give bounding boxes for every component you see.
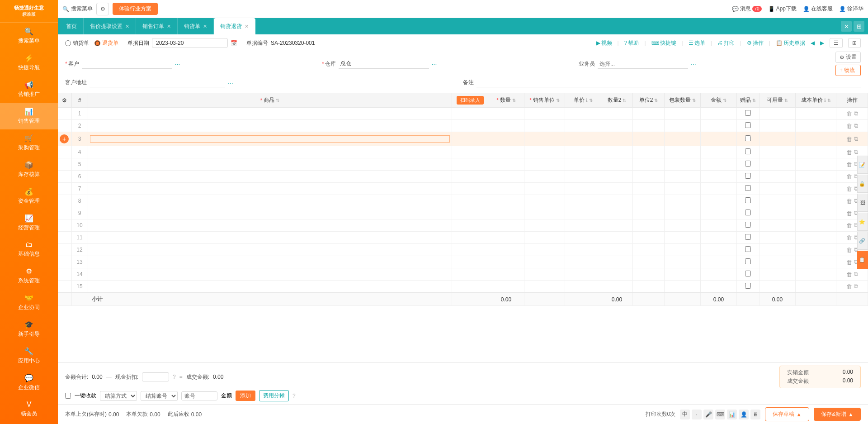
delete-row-btn[interactable]: 🗑 [846,234,852,241]
sidebar-item-inventory[interactable]: 📦 库存核算 [0,156,58,183]
discount-input[interactable] [142,372,169,381]
radio-sale-label[interactable]: 销货单 [65,39,89,47]
sidebar-item-guide[interactable]: 🎓 新手引导 [0,316,58,343]
quick-pay-checkbox[interactable] [65,393,71,399]
copy-row-btn[interactable]: ⧉ [854,122,858,129]
tool-icon-5[interactable]: 📊 [727,410,737,419]
remark-input[interactable] [476,78,861,87]
delete-row-btn[interactable]: 🗑 [846,149,852,156]
sidebar-item-operations[interactable]: 📈 经营管理 [0,210,58,236]
user-profile-btn[interactable]: 👤 徐泽华 [839,5,863,13]
form-view-btn[interactable]: ⊞ [848,38,861,48]
tab-active-close-icon[interactable]: ✕ [245,24,249,29]
tab-close-icon[interactable]: ✕ [167,24,171,29]
list-view-btn[interactable]: ☰ [830,38,843,48]
gift-checkbox[interactable] [745,122,751,128]
radio-return[interactable] [94,40,100,46]
operation-btn[interactable]: ⚙ 操作 [747,39,764,47]
sidebar-item-appstore[interactable]: 🔧 应用中心 [0,343,58,369]
gift-checkbox[interactable] [745,135,751,141]
radio-sale[interactable] [65,40,71,46]
gift-checkbox[interactable] [745,258,751,264]
sidebar-item-basic-info[interactable]: 🗂 基础信息 [0,236,58,262]
sidebar-item-sales[interactable]: 📊 销售管理 [0,103,58,129]
gift-checkbox[interactable] [745,161,751,167]
customer-input[interactable] [82,59,172,69]
tab-close-all-btn[interactable]: ✕ [841,21,852,32]
gift-checkbox[interactable] [745,246,751,252]
salesperson-picker-btn[interactable]: ··· [691,60,696,67]
radio-return-label[interactable]: 退货单 [94,39,118,47]
search-menu[interactable]: 🔍 搜索菜单 [62,5,93,13]
sidebar-item-collab[interactable]: 🤝 企业协同 [0,289,58,316]
tool-icon-2[interactable]: · [692,410,702,419]
copy-row-btn[interactable]: ⧉ [854,271,858,278]
app-download-btn[interactable]: 📱 App下载 [768,5,797,13]
right-tool-star[interactable]: ⭐ [857,213,868,231]
sidebar-item-finance[interactable]: 💰 资金管理 [0,183,58,210]
price-input[interactable] [567,110,599,117]
sidebar-item-marketing[interactable]: 📢 营销推广 [0,76,58,103]
experience-btn[interactable]: 体验行业方案 [113,3,158,15]
tool-icon-1[interactable]: 中 [680,410,690,419]
print-btn[interactable]: 🖨 打印 [717,39,735,47]
sidebar-item-quick-nav[interactable]: ⚡ 快捷导航 [0,49,58,76]
delete-row-btn[interactable]: 🗑 [846,210,852,217]
sidebar-item-member[interactable]: V 畅会员 [0,396,58,422]
tab-grid-btn[interactable]: ⊞ [854,21,864,32]
select-btn[interactable]: ☰ 选单 [689,39,705,47]
tab-price-settings[interactable]: 售价提取设置 ✕ [84,18,136,34]
delete-row-btn[interactable]: 🗑 [846,186,852,192]
delete-row-btn[interactable]: 🗑 [846,259,852,266]
right-tool-lock[interactable]: 🔒 [857,175,868,193]
video-btn[interactable]: ▶ 视频 [596,39,612,47]
delete-row-btn[interactable]: 🗑 [846,173,852,180]
date-input[interactable] [152,38,228,48]
delete-row-btn[interactable]: 🗑 [846,247,852,253]
tab-sales[interactable]: 销货单 ✕ [178,18,214,34]
calendar-icon[interactable]: 📅 [231,40,237,46]
history-btn[interactable]: 📋 历史单据 [776,39,805,47]
delete-row-btn[interactable]: 🗑 [846,283,852,290]
tab-home[interactable]: 首页 [60,18,84,34]
summary-method-select[interactable]: 结算账号 [141,391,178,401]
gift-checkbox[interactable] [745,173,751,179]
gift-checkbox[interactable] [745,148,751,154]
online-service-btn[interactable]: 👤 在线客服 [803,5,833,13]
copy-row-btn[interactable]: ⧉ [854,135,858,143]
tool-icon-6[interactable]: 👤 [739,410,749,419]
save-new-btn[interactable]: 保存&新增 ▲ [814,408,861,421]
qty-cell[interactable] [488,108,524,120]
tab-close-icon[interactable]: ✕ [125,24,129,29]
gift-checkbox[interactable] [745,271,751,276]
delete-row-btn[interactable]: 🗑 [846,198,852,205]
address-input[interactable] [90,78,225,87]
sidebar-settings-btn[interactable]: ⚙ [0,422,58,424]
product-input-active[interactable] [90,135,450,143]
copy-row-btn[interactable]: ⧉ [854,110,858,117]
gift-checkbox[interactable] [745,210,751,215]
tab-close-icon[interactable]: ✕ [203,24,207,29]
unit-cell[interactable] [524,108,565,120]
message-btn[interactable]: 💬 消息 70 [732,5,762,13]
fee-split-btn[interactable]: 费用分摊 [259,390,289,401]
right-tool-active[interactable]: 📋 [857,251,868,269]
unit-input[interactable] [526,110,563,117]
delete-row-btn[interactable]: 🗑 [846,271,852,278]
sidebar-item-purchase[interactable]: 🛒 采购管理 [0,129,58,156]
delete-row-btn[interactable]: 🗑 [846,123,852,129]
column-settings-btn[interactable]: ⚙ 设置 [835,52,861,63]
salesperson-input[interactable] [598,59,688,69]
tool-icon-3[interactable]: 🎤 [703,410,713,419]
prev-history-btn[interactable]: ◀ [811,40,815,46]
sidebar-item-wechat[interactable]: 💬 企业微信 [0,369,58,396]
gear-icon[interactable]: ⚙ [62,97,67,104]
customer-picker-btn[interactable]: ··· [175,60,180,67]
gift-checkbox[interactable] [745,197,751,203]
sidebar-item-system[interactable]: ⚙ 系统管理 [0,262,58,289]
copy-row-btn[interactable]: ⧉ [854,283,858,290]
right-tool-link[interactable]: 🔗 [857,232,868,250]
delete-row-btn[interactable]: 🗑 [846,161,852,168]
shortcut-btn[interactable]: ⌨ 快捷键 [651,39,676,47]
tool-icon-7[interactable]: 🖥 [750,410,760,419]
